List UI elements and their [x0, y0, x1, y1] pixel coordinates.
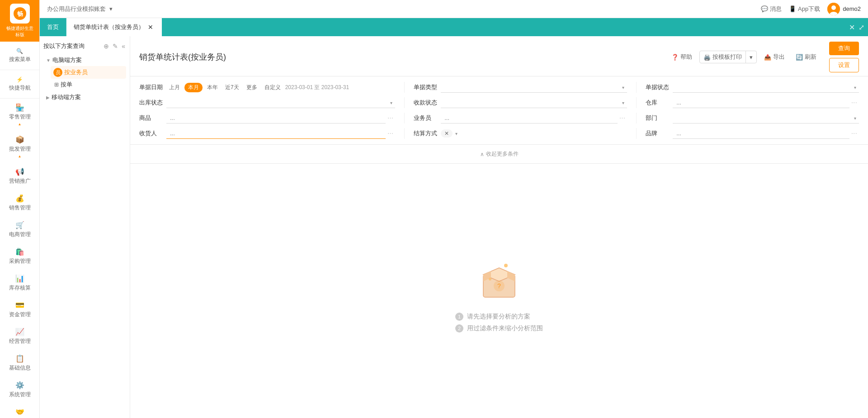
sidebar-item-ecommerce[interactable]: 🛒 电商管理 — [0, 216, 39, 243]
filter-payment: 结算方式 ✕ ▾ — [414, 129, 627, 138]
tab-expand-button[interactable]: ⤢ — [859, 23, 864, 32]
tree-collapse-arrow: ▶ — [46, 95, 50, 100]
sidebar-item-inventory[interactable]: 📊 库存核算 — [0, 270, 39, 296]
sidebar-item-finance[interactable]: 💳 资金管理 — [0, 296, 39, 323]
warehouse-label: 仓库 — [646, 99, 673, 107]
topbar: 办公用品行业模拟账套 ▾ 💬 消息 📱 App下载 de — [40, 0, 868, 18]
scheme-by-salesman-label: 按业务员 — [64, 68, 88, 76]
quick-nav-button[interactable]: ⚡ 快捷导航 — [0, 74, 39, 95]
goods-input[interactable] — [166, 113, 386, 124]
consignee-input[interactable] — [166, 128, 386, 139]
receipt-status-label: 收款状态 — [414, 99, 441, 107]
help-button[interactable]: ❓ 帮助 — [668, 51, 696, 63]
warehouse-input[interactable] — [673, 97, 849, 108]
export-icon: 📤 — [764, 54, 771, 61]
salesman-label: 业务员 — [414, 114, 441, 122]
enterprise-icon: 🤝 — [15, 408, 24, 416]
sep8 — [636, 128, 637, 139]
message-button[interactable]: 💬 消息 — [761, 5, 782, 13]
sidebar-item-retail[interactable]: 🏪 零售管理 — [0, 99, 39, 131]
warehouse-dots[interactable]: ··· — [849, 99, 859, 107]
desktop-group-label: 电脑端方案 — [52, 56, 82, 64]
scheme-collapse-button[interactable]: « — [121, 42, 126, 51]
topbar-right: 💬 消息 📱 App下载 demo2 — [761, 3, 861, 15]
tab-close-button[interactable]: ✕ — [147, 24, 154, 30]
doc-status-select[interactable] — [673, 82, 859, 93]
date-this-year-btn[interactable]: 本年 — [204, 83, 221, 92]
page-header: 销货单统计表(按业务员) ❓ 帮助 🖨️ 按模板打印 ▾ 📤 — [130, 36, 868, 76]
goods-dots[interactable]: ··· — [386, 114, 395, 122]
doc-type-select-wrapper: ▾ — [441, 82, 627, 93]
tabbar: 首页 销货单统计表（按业务员） ✕ ✕ ⤢ — [40, 18, 868, 36]
sidebar-item-basic-info[interactable]: 📋 基础信息 — [0, 350, 39, 376]
consignee-dots[interactable]: ··· — [386, 129, 395, 138]
tab-home[interactable]: 首页 — [40, 18, 66, 36]
topbar-dropdown-btn[interactable]: ▾ — [109, 5, 113, 12]
salesman-input[interactable] — [441, 113, 618, 124]
collapse-button[interactable]: ∧ 收起更多条件 — [475, 148, 524, 160]
brand-dots[interactable]: ··· — [849, 129, 859, 138]
query-button[interactable]: 查询 — [829, 42, 859, 55]
scheme-item-by-salesman[interactable]: 员 按业务员 — [51, 66, 126, 79]
help-label: 帮助 — [680, 53, 692, 61]
filter-consignee: 收货人 ··· — [139, 128, 395, 139]
tab-close-all-button[interactable]: ✕ — [849, 23, 855, 32]
brand-input[interactable] — [673, 128, 849, 139]
receipt-status-select[interactable] — [441, 97, 627, 108]
mobile-group-label: 移动端方案 — [52, 93, 81, 101]
tabbar-actions: ✕ ⤢ — [849, 23, 868, 32]
payment-label: 结算方式 — [414, 129, 441, 138]
payment-clear-tag[interactable]: ✕ — [441, 129, 453, 138]
sidebar-item-wholesale[interactable]: 📦 批发管理 — [0, 131, 39, 163]
scheme-group-mobile-label[interactable]: ▶ 移动端方案 — [43, 91, 126, 103]
date-more-btn[interactable]: 更多 — [244, 83, 260, 92]
out-status-select-wrapper: ▾ — [166, 97, 395, 108]
export-button[interactable]: 📤 导出 — [760, 51, 788, 63]
out-status-label: 出库状态 — [139, 99, 166, 107]
date-7days-btn[interactable]: 近7天 — [222, 83, 242, 92]
search-menu-button[interactable]: 🔍 搜索菜单 — [3, 45, 37, 66]
salesman-dots[interactable]: ··· — [618, 114, 627, 122]
search-icon: 🔍 — [16, 48, 23, 54]
sep4 — [636, 97, 637, 108]
scheme-add-button[interactable]: ⊕ — [103, 42, 110, 51]
marketing-icon: 📢 — [15, 167, 24, 176]
sidebar-item-enterprise[interactable]: 🤝 企业协同 — [0, 403, 39, 418]
sidebar-item-purchase[interactable]: 🛍️ 采购管理 — [0, 243, 39, 270]
dept-label: 部门 — [646, 114, 673, 122]
print-dropdown-button[interactable]: ▾ — [746, 51, 756, 63]
doc-type-select[interactable] — [441, 82, 627, 93]
sidebar-item-system[interactable]: ⚙️ 系统管理 — [0, 376, 39, 403]
tip-text-1: 请先选择要分析的方案 — [467, 313, 530, 321]
out-status-select[interactable] — [166, 97, 395, 108]
ecommerce-label: 电商管理 — [9, 231, 31, 238]
doc-type-label: 单据类型 — [414, 83, 441, 91]
user-menu[interactable]: demo2 — [827, 3, 861, 15]
logo-text: 畅捷通好生意 标版 — [6, 25, 33, 38]
scheme-item-by-order[interactable]: ⊞ 按单 — [51, 79, 126, 90]
date-custom-btn[interactable]: 自定义 — [262, 83, 283, 92]
date-last-month-btn[interactable]: 上月 — [166, 83, 183, 92]
app-download-label: App下载 — [798, 5, 820, 13]
app-download-button[interactable]: 📱 App下载 — [789, 5, 820, 13]
dept-select[interactable] — [673, 113, 859, 124]
sidebar-item-marketing[interactable]: 📢 营销推广 — [0, 163, 39, 190]
empty-tips: 1 请先选择要分析的方案 2 用过滤条件来缩小分析范围 — [455, 313, 543, 332]
ecommerce-icon: 🛒 — [15, 221, 24, 229]
settings-button[interactable]: 设置 — [829, 58, 859, 72]
operations-label: 经营管理 — [9, 337, 31, 345]
filter-out-status: 出库状态 ▾ — [139, 97, 395, 108]
sep6 — [636, 113, 637, 124]
print-button[interactable]: 🖨️ 按模板打印 — [700, 51, 746, 63]
payment-select-wrapper: ✕ ▾ — [441, 129, 627, 138]
active-scheme-indicator: 员 — [53, 68, 62, 77]
date-this-month-btn[interactable]: 本月 — [184, 83, 203, 92]
tab-sales-report[interactable]: 销货单统计表（按业务员） ✕ — [66, 18, 162, 36]
sidebar-item-sales[interactable]: 💰 销售管理 — [0, 190, 39, 216]
goods-label: 商品 — [139, 114, 166, 122]
refresh-button[interactable]: 🔄 刷新 — [792, 51, 820, 63]
sidebar-item-operations[interactable]: 📈 经营管理 — [0, 323, 39, 350]
scheme-edit-button[interactable]: ✎ — [112, 42, 119, 51]
sidebar-logo[interactable]: 畅 畅捷通好生意 标版 — [0, 0, 39, 42]
scheme-group-desktop-label[interactable]: ▼ 电脑端方案 — [43, 54, 126, 66]
